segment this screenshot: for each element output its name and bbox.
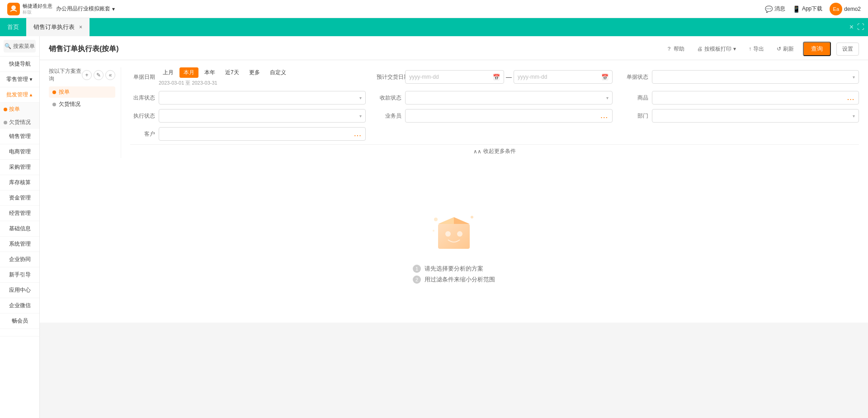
collapse-more-button[interactable]: ∧∧ 收起更多条件 [130,144,859,158]
basic-info-label: 系统管理 [9,241,31,247]
message-button[interactable]: 💬 消息 [765,5,785,13]
status-arrow-icon: ▾ [853,75,855,80]
payment-status-select[interactable]: ▾ [405,91,612,104]
add-scheme-button[interactable]: + [82,70,92,80]
sidebar-item-quick-nav[interactable]: 快捷导航 [0,57,39,72]
date-btn-custom[interactable]: 自定义 [266,67,290,78]
avatar: Ea [830,3,842,15]
svg-point-5 [471,216,473,218]
tab-sales-exec-label: 销售订单执行表 [33,23,75,31]
sidebar-item-system[interactable]: 企业协同 [0,252,39,267]
scheme-option-arrears[interactable]: 欠货情况 [49,99,115,110]
sidebar-item-enterprise-wx[interactable]: 畅会员 [0,314,39,329]
edit-scheme-button[interactable]: ✎ [94,70,104,80]
date-range-text: 2023-03-01 至 2023-03-31 [159,80,366,86]
export-button[interactable]: ↑ 导出 [745,43,768,55]
sidebar-item-inventory[interactable]: 资金管理 [0,190,39,206]
sidebar-sub-item-arrears[interactable]: 欠货情况 [0,116,39,129]
empty-step-1: 1 请先选择要分析的方案 [413,265,495,273]
sidebar-item-app-center[interactable]: 企业微信 [0,298,39,314]
sidebar-item-operations[interactable]: 基础信息 [0,221,39,237]
export-label: 导出 [753,45,764,53]
filter-panel: 按以下方案查询 + ✎ « [40,60,868,165]
collapse-icon: « [109,72,112,78]
date-btn-last-month[interactable]: 上月 [159,67,178,78]
user-profile[interactable]: Ea demo2 [830,3,861,15]
tab-sales-exec-close[interactable]: × [79,24,82,30]
app-download-button[interactable]: 📱 App下载 [793,5,822,13]
enterprise-label: 新手引导 [9,271,31,278]
help-button[interactable]: ？ 帮助 [663,43,688,55]
sidebar-item-enterprise[interactable]: 新手引导 [0,267,39,283]
sidebar-item-vip[interactable] [0,329,39,337]
calendar-icon-from: 📅 [493,74,500,81]
logo-text: 畅捷通好生意 标版 [23,3,52,15]
sidebar-item-sales-mgmt[interactable]: 电商管理 [0,144,39,160]
filter-cell-product: 商品 ... [623,91,859,104]
scheme-option-order[interactable]: 按单 [49,86,115,98]
sidebar-item-marketing[interactable]: 销售管理 [0,129,39,144]
enterprise-wx-label: 畅会员 [12,318,28,324]
sidebar: 🔍 搜索菜单 快捷导航 零售管理 ▼ 批发管理 ▲ 按单 欠货情况 销售管理 电… [0,36,40,418]
delivery-date-from-input[interactable]: yyyy-mm-dd 📅 [405,70,504,84]
collapse-scheme-button[interactable]: « [105,70,115,80]
print-button[interactable]: 🖨 按模板打印 ▾ [693,43,740,55]
exec-status-label: 执行状态 [130,112,155,120]
print-icon: 🖨 [697,46,703,52]
filter-cell-status: 单据状态 ▾ [623,67,859,86]
tab-fullscreen-icon[interactable]: ⛶ [857,23,864,31]
date-btn-current-month[interactable]: 本月 [179,67,198,78]
header-left: 畅捷通好生意 标版 办公用品行业模拟账套 ▾ [7,3,115,15]
filter-cell-delivery-date: 预计交货日期 yyyy-mm-dd 📅 — yyyy-mm-dd [377,67,612,86]
refresh-label: 刷新 [783,45,794,53]
exec-status-select[interactable]: ▾ [159,109,366,123]
header-nav-dropdown[interactable]: 办公用品行业模拟账套 ▾ [56,5,115,13]
step-1-text: 请先选择要分析的方案 [425,265,483,273]
payment-status-arrow: ▾ [606,95,609,100]
delivery-date-to-input[interactable]: yyyy-mm-dd 📅 [514,70,613,84]
filter-main: 单据日期 上月 本月 本年 近7天 更多 自定义 [121,67,859,158]
filter-cell-payment-status: 收款状态 ▾ [377,91,612,104]
sidebar-item-purchase[interactable]: 库存核算 [0,175,39,190]
sidebar-item-finance[interactable]: 经营管理 [0,206,39,221]
tab-home[interactable]: 首页 [0,18,26,36]
filter-scheme-sidebar: 按以下方案查询 + ✎ « [49,67,121,158]
date-btn-last-7[interactable]: 近7天 [221,67,243,78]
sidebar-item-basic-info[interactable]: 系统管理 [0,237,39,252]
product-input[interactable]: ... [652,91,859,104]
date-btn-more[interactable]: 更多 [245,67,264,78]
sidebar-item-wholesale[interactable]: 批发管理 ▲ [0,87,39,103]
search-icon: 🔍 [5,43,11,49]
salesperson-dots-icon[interactable]: ... [601,113,609,119]
new-guide-label: 应用中心 [9,287,31,293]
sidebar-sub-item-order[interactable]: 按单 [0,103,39,116]
sidebar-item-retail[interactable]: 零售管理 ▼ [0,72,39,87]
date-btn-current-year[interactable]: 本年 [200,67,219,78]
customer-input[interactable]: ... [159,127,366,141]
tab-close-all-icon[interactable]: × [849,23,854,31]
tab-sales-exec[interactable]: 销售订单执行表 × [26,18,90,36]
query-button[interactable]: 查询 [803,42,831,56]
scheme-order-label: 按单 [59,88,70,96]
step-1-num: 1 [413,265,421,273]
message-icon: 💬 [765,5,773,13]
customer-dots-icon[interactable]: ... [354,131,362,138]
page-title-row: 销售订单执行表(按单) ？ 帮助 🖨 按模板打印 ▾ ↑ [49,42,859,56]
refresh-button[interactable]: ↺ 刷新 [773,43,797,55]
header-dropdown-icon: ▾ [112,6,115,12]
customer-label: 客户 [130,130,155,138]
help-icon: ？ [666,45,672,53]
search-menu-button[interactable]: 🔍 搜索菜单 [4,40,36,52]
search-menu-label: 搜索菜单 [13,43,35,50]
salesperson-input[interactable]: ... [405,109,612,123]
wholesale-label: 批发管理 [6,91,28,99]
sidebar-item-new-guide[interactable]: 应用中心 [0,283,39,298]
sidebar-search-area: 🔍 搜索菜单 [0,36,39,57]
app-download-label: App下载 [802,5,822,13]
product-dots-icon[interactable]: ... [847,95,855,101]
status-select[interactable]: ▾ [652,70,859,84]
department-select[interactable]: ▾ [652,109,859,123]
sidebar-item-ecommerce[interactable]: 采购管理 [0,160,39,175]
settings-button[interactable]: 设置 [836,43,859,56]
delivery-status-select[interactable]: ▾ [159,91,366,104]
